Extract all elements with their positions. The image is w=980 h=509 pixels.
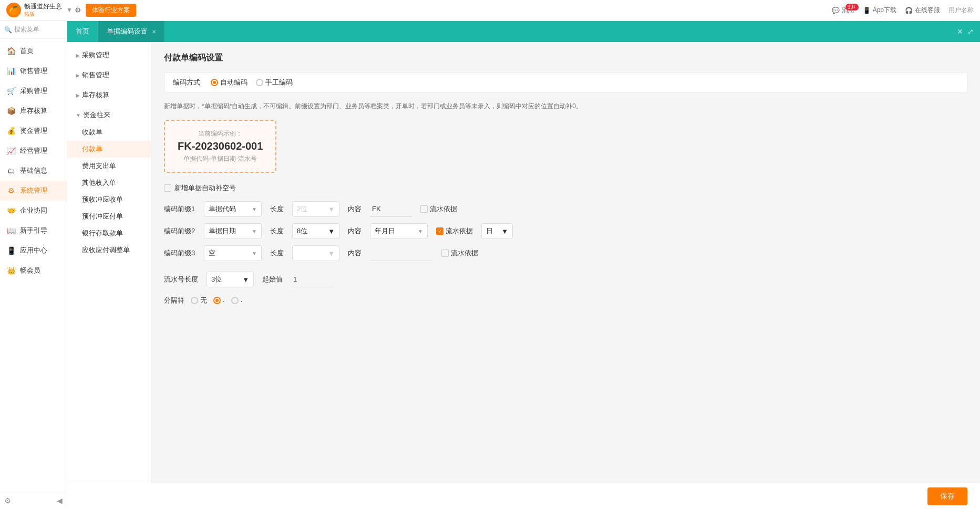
sub-menu-receipt[interactable]: 收款单 (67, 124, 151, 141)
sidebar-item-partner-label: 企业协同 (20, 206, 47, 215)
encoding-method-label: 编码方式 (173, 78, 200, 87)
sidebar-bottom: ⚙ ◀ (0, 492, 67, 509)
sidebar-item-home[interactable]: 🏠 首页 (0, 41, 67, 61)
prefix2-select[interactable]: 单据日期 ▼ (204, 223, 262, 239)
sub-menu-ap-adjust[interactable]: 应收应付调整单 (67, 242, 151, 258)
length1-select[interactable]: 2位 ▼ (292, 201, 339, 217)
length3-select[interactable]: ▼ (292, 245, 339, 261)
sub-menu-other-income[interactable]: 其他收入单 (67, 174, 151, 191)
settings-gear-icon[interactable]: ⚙ (75, 6, 81, 14)
manual-code-radio[interactable]: 手工编码 (256, 78, 293, 87)
auto-code-label: 自动编码 (220, 78, 247, 87)
content1-input[interactable] (370, 201, 412, 217)
sidebar-item-purchase-label: 采购管理 (20, 86, 47, 96)
message-button[interactable]: 💬 消息 99+ (832, 6, 854, 15)
sidebar-search[interactable]: 🔍 搜索菜单 (0, 21, 67, 39)
topbar-left: 🍊 畅通道好生意 拓版 ▼ ⚙ 体验行业方案 (6, 3, 136, 17)
system-icon: ⚙ (6, 186, 16, 195)
start-value-label: 起始值 (262, 275, 283, 284)
sidebar-item-purchase[interactable]: 🛒 采购管理 (0, 81, 67, 101)
preview-desc: 单据代码-单据日期-流水号 (178, 154, 263, 163)
message-badge: 99+ (845, 4, 859, 11)
sub-menu-payment[interactable]: 付款单 (67, 141, 151, 158)
sub-menu-inventory[interactable]: ▶ 库存核算 (67, 86, 151, 104)
prefix1-arrow-icon: ▼ (252, 206, 257, 212)
prefix2-label: 编码前缀2 (164, 226, 195, 236)
operations-icon: 📈 (6, 146, 16, 155)
length2-value: 8位 (297, 226, 307, 236)
prefix1-label: 编码前缀1 (164, 204, 195, 214)
basic-icon: 🗂 (6, 166, 16, 175)
sep-dot-option[interactable]: · (213, 297, 225, 305)
prefix3-select[interactable]: 空 ▼ (204, 245, 262, 261)
auto-code-radio[interactable]: 自动编码 (211, 78, 247, 87)
user-info[interactable]: 用户名称 (948, 6, 974, 15)
tab-encoding[interactable]: 单据编码设置 ✕ (98, 21, 165, 42)
day-select[interactable]: 日 ▼ (481, 223, 513, 239)
sub-menu-prepay-payable[interactable]: 预付冲应付单 (67, 208, 151, 225)
prefix1-row: 编码前缀1 单据代码 ▼ 长度 2位 ▼ 内容 流水依据 (164, 201, 967, 217)
sub-menu-bank-deposit[interactable]: 银行存取款单 (67, 225, 151, 242)
topbar-nav[interactable]: ▼ ⚙ (66, 6, 81, 14)
sidebar-item-guide[interactable]: 📖 新手引导 (0, 221, 67, 241)
auto-fill-checkbox[interactable] (164, 184, 171, 192)
sidebar-item-partner[interactable]: 🤝 企业协同 (0, 201, 67, 221)
sub-menu-sales[interactable]: ▶ 销售管理 (67, 66, 151, 84)
prefix3-row: 编码前缀3 空 ▼ 长度 ▼ 内容 流水依据 (164, 245, 967, 261)
arrow-right-icon: ▶ (76, 53, 80, 58)
collapse-icon[interactable]: ◀ (57, 496, 63, 505)
sep-dash-dot (231, 297, 239, 304)
sub-menu-fund[interactable]: ▼ 资金往来 (67, 106, 151, 124)
day-value: 日 (486, 226, 493, 236)
sub-menu-sales-group: ▶ 销售管理 (67, 66, 151, 84)
app-download-button[interactable]: 📱 App下载 (863, 6, 896, 15)
manual-code-label: 手工编码 (265, 78, 293, 87)
length2-select[interactable]: 8位 ▼ (292, 223, 339, 239)
save-button[interactable]: 保存 (927, 487, 967, 505)
prefix1-select[interactable]: 单据代码 ▼ (204, 201, 262, 217)
radio-group: 自动编码 手工编码 (211, 78, 293, 87)
sidebar-item-basic[interactable]: 🗂 基础信息 (0, 161, 67, 181)
sub-menu-expense[interactable]: 费用支出单 (67, 158, 151, 174)
partner-icon: 🤝 (6, 206, 16, 215)
sep-none-option[interactable]: 无 (191, 296, 207, 305)
search-icon: 🔍 (4, 26, 12, 34)
sidebar-item-finance[interactable]: 💰 资金管理 (0, 121, 67, 141)
sidebar-item-member[interactable]: 👑 畅会员 (0, 261, 67, 281)
content3-input[interactable] (370, 245, 433, 261)
sub-menu-purchase[interactable]: ▶ 采购管理 (67, 46, 151, 64)
sidebar-item-sales[interactable]: 📊 销售管理 (0, 61, 67, 81)
serial-length-select[interactable]: 3位 ▼ (207, 272, 254, 287)
tab-close-all-icon[interactable]: ✕ (957, 27, 963, 36)
sub-menu-prepay-receivable[interactable]: 预收冲应收单 (67, 191, 151, 208)
tab-bar-right: ✕ ⤢ (951, 21, 980, 42)
content3-label: 内容 (348, 248, 362, 258)
start-value-input[interactable] (291, 272, 333, 287)
nav-arrow-icon[interactable]: ▼ (66, 6, 73, 14)
tab-home[interactable]: 首页 (67, 21, 98, 42)
tab-bar: 首页 单据编码设置 ✕ ✕ ⤢ (67, 21, 980, 42)
content2-arrow-icon: ▼ (418, 228, 423, 234)
watermark3-checkbox[interactable] (441, 250, 449, 257)
sidebar-item-system[interactable]: ⚙ 系统管理 (0, 181, 67, 201)
sidebar-item-operations[interactable]: 📈 经营管理 (0, 141, 67, 161)
sep-dot-dot (213, 297, 221, 304)
separator-label: 分隔符 (164, 296, 184, 305)
auto-code-dot (211, 79, 218, 86)
online-service-button[interactable]: 🎧 在线客服 (905, 6, 940, 15)
watermark2-checkbox[interactable]: ✓ (436, 227, 443, 235)
page-title: 付款单编码设置 (164, 53, 967, 64)
sidebar-item-operations-label: 经营管理 (20, 146, 47, 155)
sidebar-item-inventory[interactable]: 📦 库存核算 (0, 101, 67, 121)
sidebar-item-member-label: 畅会员 (20, 266, 40, 275)
sep-dash-option[interactable]: · (231, 297, 243, 305)
sidebar-item-system-label: 系统管理 (20, 186, 47, 195)
trial-button[interactable]: 体验行业方案 (86, 4, 136, 17)
tab-expand-icon[interactable]: ⤢ (967, 27, 974, 36)
tab-close-icon[interactable]: ✕ (152, 29, 156, 35)
content2-select[interactable]: 年月日 ▼ (370, 223, 428, 239)
sidebar-item-apps[interactable]: 📱 应用中心 (0, 241, 67, 261)
sidebar-item-basic-label: 基础信息 (20, 166, 47, 175)
watermark1-checkbox[interactable] (420, 205, 428, 213)
settings-bottom-icon[interactable]: ⚙ (4, 496, 11, 505)
